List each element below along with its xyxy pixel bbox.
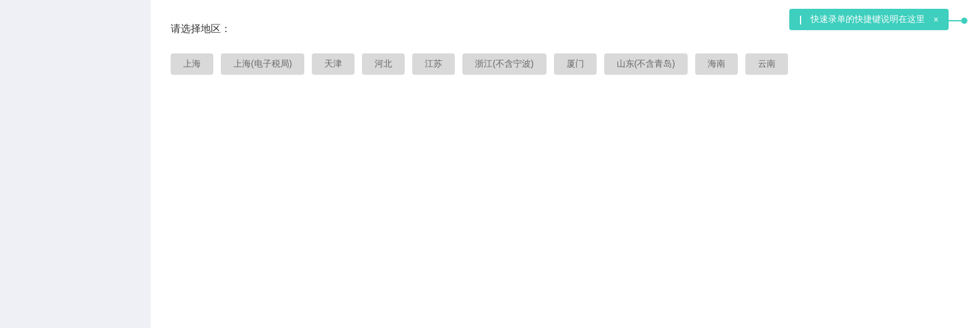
tooltip-dot [961, 18, 967, 24]
tooltip-line [947, 20, 962, 21]
main-content: 请选择地区： 上海上海(电子税局)天津河北江苏浙江(不含宁波)厦门山东(不含青岛… [151, 0, 980, 328]
region-buttons: 上海上海(电子税局)天津河北江苏浙江(不含宁波)厦门山东(不含青岛)海南云南 [171, 53, 960, 75]
region-button-shandong[interactable]: 山东(不含青岛) [604, 53, 688, 75]
region-button-yunnan[interactable]: 云南 [745, 53, 788, 75]
region-button-shanghai-etax[interactable]: 上海(电子税局) [221, 53, 304, 75]
region-button-jiangsu[interactable]: 江苏 [412, 53, 455, 75]
region-button-xiamen[interactable]: 厦门 [554, 53, 597, 75]
region-button-hebei[interactable]: 河北 [362, 53, 405, 75]
tooltip-text: 快速录单的快捷键说明在这里 [811, 14, 925, 25]
tooltip-close-button[interactable]: × [934, 14, 939, 25]
sidebar [0, 0, 151, 328]
region-button-tianjin[interactable]: 天津 [312, 53, 354, 75]
region-button-shanghai[interactable]: 上海 [171, 53, 213, 75]
tooltip-banner: 快速录单的快捷键说明在这里 × [789, 9, 949, 30]
region-button-zhejiang[interactable]: 浙江(不含宁波) [462, 53, 546, 75]
region-button-hainan[interactable]: 海南 [695, 53, 738, 75]
